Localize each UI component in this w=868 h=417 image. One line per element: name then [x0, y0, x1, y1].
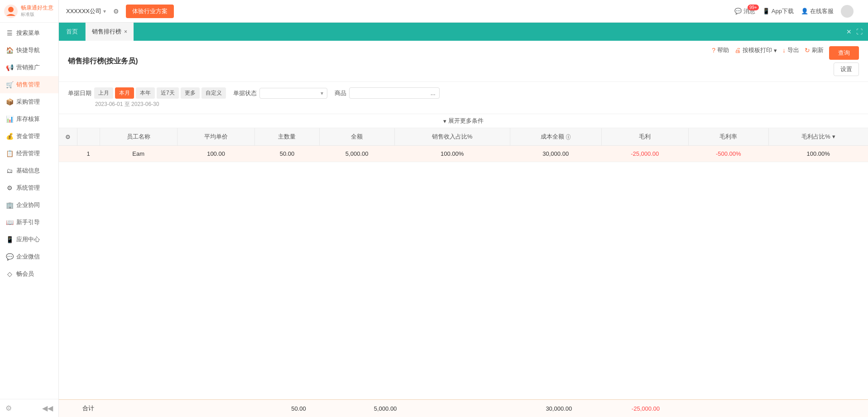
col-sales-pct: 销售收入占比% [394, 128, 510, 146]
sidebar-item-marketing[interactable]: 📢 营销推广 [0, 59, 58, 76]
print-chevron-icon: ▾ [774, 47, 777, 54]
col-settings[interactable]: ⚙ [59, 128, 77, 146]
sidebar-item-sales[interactable]: 🛒 销售管理 [0, 76, 58, 93]
sidebar-item-wechat[interactable]: 💬 企业微信 [0, 248, 58, 265]
search-icon: ☰ [5, 29, 14, 37]
query-button[interactable]: 查询 [829, 46, 859, 60]
status-filter: 单据状态 ▾ [233, 88, 327, 99]
col-gross-rate: 毛利率 [688, 128, 768, 146]
marketing-icon: 📢 [5, 63, 14, 72]
company-selector[interactable]: XXXXXX公司 ▾ [66, 7, 106, 15]
operations-icon: 📋 [5, 149, 14, 158]
table-row: 1 Eam 100.00 50.00 5,000.00 100.00% 30,0… [59, 146, 868, 162]
date-last-month[interactable]: 上月 [94, 87, 113, 99]
chevron-down-icon: ▾ [103, 8, 106, 14]
sidebar-nav: ☰ 搜索菜单 🏠 快捷导航 📢 营销推广 🛒 销售管理 📦 采购管理 📊 库存核… [0, 23, 58, 399]
table-header-row: ⚙ 员工名称 平均单价 主数量 全额 销售收入占比% 成本全额 i 毛利 毛利率… [59, 128, 868, 146]
print-button[interactable]: 🖨 按模板打印 ▾ [734, 46, 777, 54]
sidebar-item-label: 采购管理 [16, 98, 40, 106]
sidebar-item-purchase[interactable]: 📦 采购管理 [0, 93, 58, 110]
sidebar-item-member[interactable]: ◇ 畅会员 [0, 265, 58, 283]
message-badge: 99+ [748, 5, 759, 10]
cell-qty: 50.00 [255, 146, 319, 162]
right-actions: 查询 设置 [829, 46, 859, 76]
sort-icon: ▾ [832, 133, 835, 140]
sales-icon: 🛒 [5, 81, 14, 89]
restore-icon[interactable]: ⛶ [856, 28, 863, 35]
header-right: 💬 消息 99+ 📱 App下载 👤 在线客服 [734, 5, 861, 18]
close-window-icon[interactable]: ✕ [846, 28, 852, 35]
col-amount: 全额 [319, 128, 394, 146]
trial-button[interactable]: 体验行业方案 [126, 5, 174, 18]
data-table: ⚙ 员工名称 平均单价 主数量 全额 销售收入占比% 成本全额 i 毛利 毛利率… [59, 128, 868, 162]
help-button[interactable]: ? 帮助 [712, 46, 729, 54]
sidebar-item-label: 经营管理 [16, 149, 40, 158]
date-this-month[interactable]: 本月 [115, 87, 134, 99]
cell-amount: 5,000.00 [319, 146, 394, 162]
tab-bar-right: ✕ ⛶ [846, 28, 868, 35]
footer-qty: 50.00 [255, 405, 342, 412]
sidebar-item-inventory[interactable]: 📊 库存核算 [0, 110, 58, 128]
sidebar-item-finance[interactable]: 💰 资金管理 [0, 128, 58, 145]
sidebar-item-label: 库存核算 [16, 115, 40, 123]
app-download-button[interactable]: 📱 App下载 [762, 7, 794, 15]
help-label: 帮助 [717, 46, 729, 54]
member-icon: ◇ [5, 270, 14, 278]
inner-page: 销售排行榜(按业务员) ? 帮助 🖨 按模板打印 ▾ ↓ [59, 41, 868, 417]
logo-sub: 标准版 [21, 11, 53, 18]
sidebar-bottom: ⚙ ◀◀ [0, 399, 58, 417]
expand-more-button[interactable]: ▾ 展开更多条件 [443, 117, 484, 125]
help-icon: ? [712, 47, 715, 54]
collapse-icon[interactable]: ◀◀ [42, 404, 53, 412]
tab-home[interactable]: 首页 [59, 23, 86, 41]
date-last-7days[interactable]: 近7天 [157, 87, 179, 99]
date-this-year[interactable]: 本年 [136, 87, 155, 99]
settings-button[interactable]: ⚙ [110, 5, 122, 18]
sidebar-item-basic[interactable]: 🗂 基础信息 [0, 162, 58, 179]
print-icon: 🖨 [734, 47, 741, 54]
sidebar-item-operations[interactable]: 📋 经营管理 [0, 145, 58, 162]
cell-name: Eam [100, 146, 177, 162]
refresh-icon: ↻ [805, 47, 810, 54]
sidebar-item-search[interactable]: ☰ 搜索菜单 [0, 24, 58, 42]
finance-icon: 💰 [5, 132, 14, 140]
system-icon: ⚙ [5, 184, 14, 192]
cell-gross-rate: -500.00% [688, 146, 768, 162]
export-button[interactable]: ↓ 导出 [782, 46, 799, 54]
service-icon: 👤 [801, 8, 808, 14]
col-avg-price: 平均单价 [177, 128, 254, 146]
avatar[interactable] [841, 5, 854, 18]
status-chevron-icon: ▾ [321, 90, 323, 96]
sidebar-item-shortcut[interactable]: 🏠 快捷导航 [0, 42, 58, 59]
date-filter-label: 单据日期 [68, 89, 91, 97]
goods-select[interactable]: ... [349, 87, 440, 99]
close-icon[interactable]: × [124, 29, 127, 35]
cell-gross: -25,000.00 [601, 146, 688, 162]
online-service-button[interactable]: 👤 在线客服 [801, 7, 834, 15]
sidebar-item-enterprise[interactable]: 🏢 企业协同 [0, 197, 58, 214]
main-content: XXXXXX公司 ▾ ⚙ 体验行业方案 💬 消息 99+ 📱 App下载 👤 在… [59, 0, 868, 417]
message-button[interactable]: 💬 消息 99+ [734, 7, 755, 15]
settings-button-page[interactable]: 设置 [834, 62, 859, 76]
cell-rank: 1 [77, 146, 100, 162]
sidebar-item-label: 畅会员 [16, 270, 34, 278]
sidebar-item-appcenter[interactable]: 📱 应用中心 [0, 231, 58, 248]
basic-icon: 🗂 [5, 167, 14, 175]
tab-sales-ranking[interactable]: 销售排行榜 × [86, 23, 134, 41]
refresh-label: 刷新 [812, 46, 824, 54]
settings-bottom-icon[interactable]: ⚙ [5, 404, 12, 412]
date-options: 上月 本月 本年 近7天 更多 自定义 [94, 87, 226, 99]
date-more[interactable]: 更多 [181, 87, 200, 99]
sidebar-item-label: 营销推广 [16, 63, 40, 72]
date-custom[interactable]: 自定义 [201, 87, 226, 99]
wechat-icon: 💬 [5, 253, 14, 261]
appcenter-icon: 📱 [5, 235, 14, 244]
sidebar-item-label: 应用中心 [16, 235, 40, 244]
refresh-button[interactable]: ↻ 刷新 [805, 46, 824, 54]
status-select[interactable]: ▾ [259, 88, 327, 99]
header-left: XXXXXX公司 ▾ ⚙ 体验行业方案 [66, 5, 174, 18]
sidebar-item-label: 搜索菜单 [16, 29, 40, 37]
sidebar-item-system[interactable]: ⚙ 系统管理 [0, 179, 58, 197]
sidebar-item-guide[interactable]: 📖 新手引导 [0, 214, 58, 231]
svg-point-1 [8, 7, 14, 12]
